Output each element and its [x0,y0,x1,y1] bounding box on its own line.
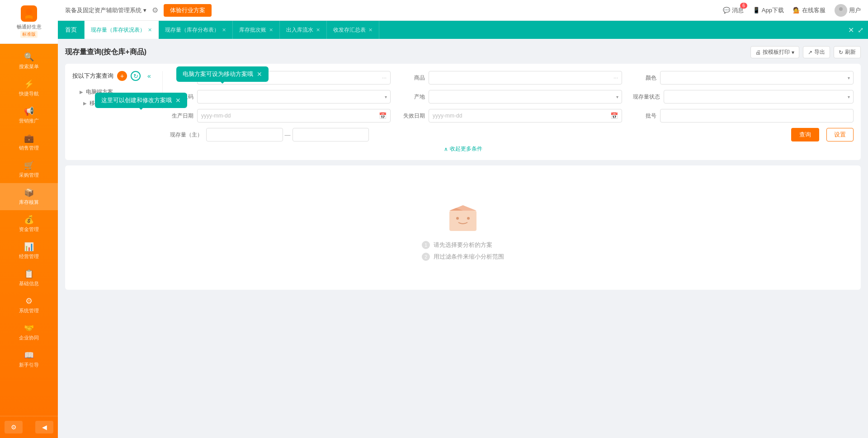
tab-close-all-btn[interactable]: ✕ [848,26,854,34]
page-title-row: 现存量查询(按仓库+商品) 🖨 按模板打印 ▾ ↗ 导出 ↻ 刷新 [65,46,861,58]
tab-inventory-status[interactable]: 现存量（库存状况表） ✕ [85,21,159,39]
notification-badge: 6 [740,3,747,9]
search-button[interactable]: 查询 [791,128,819,141]
print-icon: 🖨 [755,49,761,56]
tab-home-label: 首页 [65,26,77,34]
collapse-filter-button[interactable]: ∧ 收起更多条件 [72,141,854,153]
sidebar-item-label-search: 搜索菜单 [19,63,39,70]
online-support-item[interactable]: 💁 在线客服 [793,6,826,14]
add-tooltip-close-btn[interactable]: ✕ [257,71,262,78]
logo-badge: 标准版 [20,31,38,38]
tab-inventory-status-close[interactable]: ✕ [148,27,152,33]
batch-input[interactable] [660,109,854,122]
sidebar-item-management[interactable]: 📊 经营管理 [0,237,58,264]
tab-bar: 首页 现存量（库存状况表） ✕ 现存量（库存分布表） ✕ 库存批次账 ✕ 出入库… [58,21,868,39]
sidebar-item-label-marketing: 营销推广 [19,118,39,124]
tab-summary[interactable]: 收发存汇总表 ✕ [327,21,379,39]
add-icon: + [120,72,124,80]
sidebar-item-label-inventory: 库存核算 [19,199,39,206]
print-template-button[interactable]: 🖨 按模板打印 ▾ [750,46,799,58]
system-name-text: 装备及固定资产辅助管理系统 [65,6,142,14]
sidebar-item-enterprise[interactable]: 🤝 企业协同 [0,319,58,346]
goods-label: 商品 [401,74,425,82]
system-name-dropdown[interactable]: 装备及固定资产辅助管理系统 ▾ [65,6,146,14]
trial-industry-button[interactable]: 体验行业方案 [164,4,212,17]
sidebar-item-marketing[interactable]: 📢 营销推广 [0,102,58,129]
quantity-min-input[interactable] [206,128,283,141]
export-button[interactable]: ↗ 导出 [803,46,830,58]
sidebar-item-purchase[interactable]: 🛒 采购管理 [0,156,58,183]
refresh-icon: ↻ [839,49,843,56]
page-title-actions: 🖨 按模板打印 ▾ ↗ 导出 ↻ 刷新 [750,46,861,58]
filter-header-row: 按以下方案查询 + ↻ « [72,71,155,81]
tab-home[interactable]: 首页 [58,21,85,39]
tab-batch-ledger-close[interactable]: ✕ [269,27,273,33]
tab-summary-close[interactable]: ✕ [368,27,373,33]
produce-date-input[interactable]: yyyy-mm-dd 📅 [197,109,391,122]
sidebar-item-quicknav[interactable]: ⚡ 快捷导航 [0,75,58,102]
notification-item[interactable]: 💬 消息 6 [723,6,744,14]
marketing-icon: 📢 [24,106,34,116]
page-title-text: 现存量查询(按仓库+商品) [65,47,146,57]
status-select[interactable] [664,90,854,104]
sidebar-item-system[interactable]: ⚙ 系统管理 [0,292,58,319]
refresh-button[interactable]: ↻ 刷新 [834,46,861,58]
warehouse-dots[interactable]: ··· [382,75,387,81]
origin-select-wrapper: ▾ [429,90,622,104]
sidebar-item-search[interactable]: 🔍 搜索菜单 [0,47,58,75]
expire-date-calendar-icon[interactable]: 📅 [610,112,618,119]
goods-select[interactable]: ··· [429,71,622,85]
sidebar: 畅通好生意 标准版 🔍 搜索菜单 ⚡ 快捷导航 📢 营销推广 💼 销售管理 🛒 … [0,0,58,438]
add-scheme-tooltip: 电脑方案可设为移动方案哦 ✕ [176,66,269,82]
empty-steps: 1 请先选择要分析的方案 2 用过滤条件来缩小分析范围 [422,239,504,263]
filter-refresh-button[interactable]: ↻ [131,71,141,81]
tab-batch-ledger[interactable]: 库存批次账 ✕ [233,21,280,39]
system-name-chevron: ▾ [143,7,146,14]
back-icon: « [147,72,151,80]
sidebar-settings-btn[interactable]: ⚙ [5,421,23,433]
header-settings-icon[interactable]: ⚙ [152,6,158,14]
app-download-item[interactable]: 📱 App下载 [753,6,784,14]
filter-add-button[interactable]: + [117,71,127,81]
tab-inventory-distribution[interactable]: 现存量（库存分布表） ✕ [159,21,233,39]
svg-point-0 [26,9,32,15]
management-icon: 📊 [24,242,34,252]
expire-date-input[interactable]: yyyy-mm-dd 📅 [429,109,622,122]
notification-icon: 💬 [723,7,730,14]
sidebar-item-sales[interactable]: 💼 销售管理 [0,129,58,156]
goods-dots[interactable]: ··· [613,75,618,81]
app-download-icon: 📱 [753,7,760,14]
filter-field-status: 现存量状态 ▾ [633,90,854,104]
sidebar-collapse-btn[interactable]: ◀ [35,421,53,433]
tab-flow[interactable]: 出入库流水 ✕ [280,21,327,39]
add-tooltip-text: 电脑方案可设为移动方案哦 [183,70,253,78]
expire-date-label: 失效日期 [401,112,425,120]
header-right: 💬 消息 6 📱 App下载 💁 在线客服 用户 [723,4,861,17]
user-item[interactable]: 用户 [835,4,861,17]
scheme-arrow-mobile: ▶ [83,101,87,106]
sidebar-item-basic[interactable]: 📋 基础信息 [0,264,58,292]
origin-label: 产地 [401,93,425,101]
produce-date-calendar-icon[interactable]: 📅 [379,112,387,119]
logo-text: 畅通好生意 [17,24,42,30]
size-select[interactable] [197,90,391,104]
sidebar-item-finance[interactable]: 💰 资金管理 [0,210,58,237]
tab-inventory-distribution-label: 现存量（库存分布表） [165,26,219,34]
edit-tooltip-text: 这里可以创建和修改方案哦 [101,96,172,104]
tab-expand-btn[interactable]: ⤢ [858,26,863,34]
quantity-max-input[interactable] [292,128,369,141]
sidebar-item-guide[interactable]: 📖 新手引导 [0,346,58,373]
origin-select[interactable] [429,90,622,104]
filter-back-button[interactable]: « [144,71,154,81]
color-select[interactable] [660,71,854,85]
reset-button[interactable]: 设置 [826,128,854,141]
filter-field-origin: 产地 ▾ [401,90,622,104]
tab-inventory-distribution-close[interactable]: ✕ [222,27,226,33]
svg-point-1 [839,7,843,11]
filter-panel: 按以下方案查询 + ↻ « ▶ [65,64,861,160]
step-2-num: 2 [422,253,430,261]
sidebar-item-inventory[interactable]: 📦 库存核算 [0,183,58,210]
tab-flow-close[interactable]: ✕ [316,27,320,33]
online-support-icon: 💁 [793,7,800,14]
edit-tooltip-close-btn[interactable]: ✕ [175,97,181,104]
